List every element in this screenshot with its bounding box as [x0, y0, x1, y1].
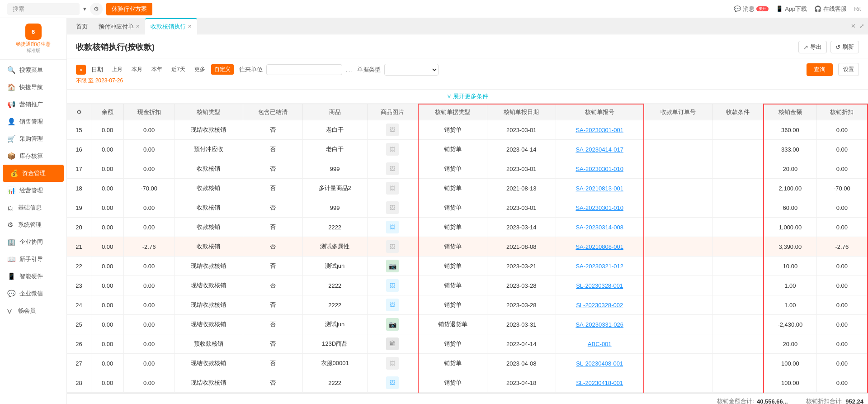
from-unit-input[interactable]: [266, 64, 342, 75]
expand-tab-icon[interactable]: ⤢: [859, 23, 864, 29]
cell-writeoff-bill-no[interactable]: SA-20230301-001: [556, 120, 644, 140]
user-name[interactable]: Rit: [854, 6, 861, 12]
query-button[interactable]: 查询: [807, 63, 833, 76]
date-btn-more[interactable]: 更多: [191, 64, 208, 75]
filter-toggle-button[interactable]: »: [76, 65, 86, 75]
filter-settings-button[interactable]: 设置: [838, 63, 859, 76]
gear-button[interactable]: ⚙: [90, 3, 103, 15]
cell-writeoff-bill-no[interactable]: SA-20230321-012: [556, 257, 644, 276]
date-btn-this-year[interactable]: 本年: [148, 64, 165, 75]
app-icon: 📱: [776, 5, 783, 12]
cell-writeoff-bill-no[interactable]: ABC-001: [556, 334, 644, 354]
cell-writeoff-bill-no[interactable]: SA-20230414-017: [556, 140, 644, 159]
col-balance: 余额: [91, 104, 124, 120]
cell-writeoff-bill-no[interactable]: SA-20230301-010: [556, 198, 644, 218]
cell-goods-image: 🖼: [367, 276, 418, 295]
cell-writeoff-bill-no[interactable]: SL-20230328-001: [556, 276, 644, 295]
tab-collection-close[interactable]: ✕: [188, 24, 192, 29]
online-service-entry[interactable]: 🎧 在线客服: [814, 5, 847, 13]
cell-no: 22: [67, 257, 91, 276]
sidebar-item-quick-nav[interactable]: 🏠 快捷导航: [0, 79, 66, 96]
sidebar-item-purchase[interactable]: 🛒 采购管理: [0, 130, 66, 147]
sidebar-item-wechat[interactable]: 💬 企业微信: [0, 285, 66, 302]
cell-no: 20: [67, 218, 91, 237]
cell-goods: 衣服00001: [302, 354, 367, 373]
date-btn-last-month[interactable]: 上月: [108, 64, 126, 75]
cell-goods-image: 🖼: [367, 120, 418, 140]
tab-home[interactable]: 首页: [71, 18, 93, 34]
cell-writeoff-type: 预收款核销: [175, 334, 243, 354]
cell-goods-image: 🖼: [367, 179, 418, 198]
cell-writeoff-bill-no[interactable]: SA-20230301-010: [556, 159, 644, 179]
sidebar-item-member[interactable]: V 畅会员: [0, 302, 66, 319]
online-service-label: 在线客服: [823, 5, 847, 13]
page-header-actions: ↗ 导出 ↺ 刷新: [798, 41, 859, 53]
cell-balance: 0.00: [91, 198, 124, 218]
bill-type-label: 单据类型: [357, 66, 381, 74]
table-row: 25 0.00 0.00 现结收款核销 否 测试jun 📷 销货退货单 2023…: [67, 315, 868, 334]
date-btn-7days[interactable]: 近7天: [168, 64, 189, 75]
table-row: 19 0.00 0.00 收款核销 否 999 🖼 销货单 2023-03-01…: [67, 198, 868, 218]
sidebar: 6 畅捷通谊好生意 标准版 🔍 搜索菜单 🏠 快捷导航 📢 营销推广 👤 销售管…: [0, 18, 67, 404]
cell-include-cleared: 否: [243, 237, 302, 257]
cell-writeoff-type: 预付冲应收: [175, 140, 243, 159]
cell-writeoff-bill-no[interactable]: SL-20230418-001: [556, 373, 644, 393]
sidebar-item-system[interactable]: ⚙ 系统管理: [0, 216, 66, 233]
cell-include-cleared: 否: [243, 140, 302, 159]
bill-type-select[interactable]: [384, 64, 439, 76]
cell-collection-condition: [712, 198, 764, 218]
cell-writeoff-amount: 1.00: [764, 276, 816, 295]
sidebar-item-search-menu[interactable]: 🔍 搜索菜单: [0, 62, 66, 79]
date-btn-this-month[interactable]: 本月: [128, 64, 146, 75]
cell-writeoff-bill-type: 销货退货单: [418, 315, 487, 334]
export-button[interactable]: ↗ 导出: [798, 41, 827, 53]
sidebar-item-sales[interactable]: 👤 销售管理: [0, 113, 66, 130]
sidebar-item-guide[interactable]: 📖 新手引导: [0, 251, 66, 268]
cell-writeoff-amount: 20.00: [764, 334, 816, 354]
table-row: 23 0.00 0.00 现结收款核销 否 2222 🖼 销货单 2023-03…: [67, 276, 868, 295]
cell-writeoff-bill-no[interactable]: SL-20230408-001: [556, 354, 644, 373]
cell-cash-discount: 0.00: [124, 354, 175, 373]
cell-no: 15: [67, 120, 91, 140]
cell-goods-image: 🖼: [367, 295, 418, 315]
cell-no: 17: [67, 159, 91, 179]
cell-writeoff-amount: 10.00: [764, 257, 816, 276]
tab-prepay-close[interactable]: ✕: [136, 24, 140, 29]
cell-writeoff-type: 收款核销: [175, 179, 243, 198]
message-entry[interactable]: 💬 消息 99+: [734, 5, 769, 13]
cell-writeoff-bill-no[interactable]: SL-20230328-002: [556, 295, 644, 315]
expand-more-btn[interactable]: ∨ 展开更多条件: [67, 90, 868, 104]
tab-prepay[interactable]: 预付冲应付单 ✕: [93, 18, 145, 34]
tab-bar-actions: ✕ ⤢: [851, 23, 864, 29]
cell-writeoff-amount: -2,430.00: [764, 315, 816, 334]
main-area: 首页 预付冲应付单 ✕ 收款核销执行 ✕ ✕ ⤢ 收款核销执行(按收款): [67, 18, 868, 404]
sidebar-item-basic-info[interactable]: 🗂 基础信息: [0, 199, 66, 216]
table-row: 15 0.00 0.00 现结收款核销 否 老白干 🖼 销货单 2023-03-…: [67, 120, 868, 140]
cell-writeoff-bill-no[interactable]: SA-20210808-001: [556, 237, 644, 257]
industry-solution-button[interactable]: 休验行业方案: [106, 3, 152, 15]
tab-collection-writeoff[interactable]: 收款核销执行 ✕: [145, 18, 197, 34]
cell-writeoff-bill-no[interactable]: SA-20230331-026: [556, 315, 644, 334]
date-btn-custom[interactable]: 自定义: [211, 64, 234, 75]
cell-writeoff-bill-no[interactable]: SA-20210813-001: [556, 179, 644, 198]
cell-collection-condition: [712, 276, 764, 295]
top-dropdown[interactable]: ▾: [83, 5, 86, 12]
sidebar-item-business[interactable]: 📊 经营管理: [0, 182, 66, 199]
cell-cash-discount: 0.00: [124, 373, 175, 393]
col-gear[interactable]: ⚙: [67, 104, 91, 120]
app-download-entry[interactable]: 📱 App下载: [776, 5, 807, 13]
top-search-box[interactable]: 搜索: [7, 3, 80, 15]
sidebar-item-marketing[interactable]: 📢 营销推广: [0, 96, 66, 113]
sidebar-item-finance[interactable]: 💰 资金管理: [3, 165, 64, 182]
sidebar-item-smart-hw[interactable]: 📱 智能硬件: [0, 268, 66, 285]
sidebar-item-enterprise[interactable]: 🏢 企业协同: [0, 233, 66, 251]
cell-writeoff-bill-date: 2023-03-14: [487, 218, 556, 237]
cell-writeoff-bill-no[interactable]: SA-20230314-008: [556, 218, 644, 237]
refresh-button[interactable]: ↺ 刷新: [830, 41, 859, 53]
table-row: 22 0.00 0.00 现结收款核销 否 测试jun 📷 销货单 2023-0…: [67, 257, 868, 276]
sidebar-item-label: 库存核算: [19, 152, 43, 160]
cell-collection-condition: [712, 373, 764, 393]
top-bar: 搜索 ▾ ⚙ 休验行业方案 💬 消息 99+ 📱 App下载 🎧 在线客服 Ri…: [0, 0, 868, 18]
sidebar-item-inventory[interactable]: 📦 库存核算: [0, 147, 66, 165]
close-tab-icon[interactable]: ✕: [851, 23, 856, 29]
